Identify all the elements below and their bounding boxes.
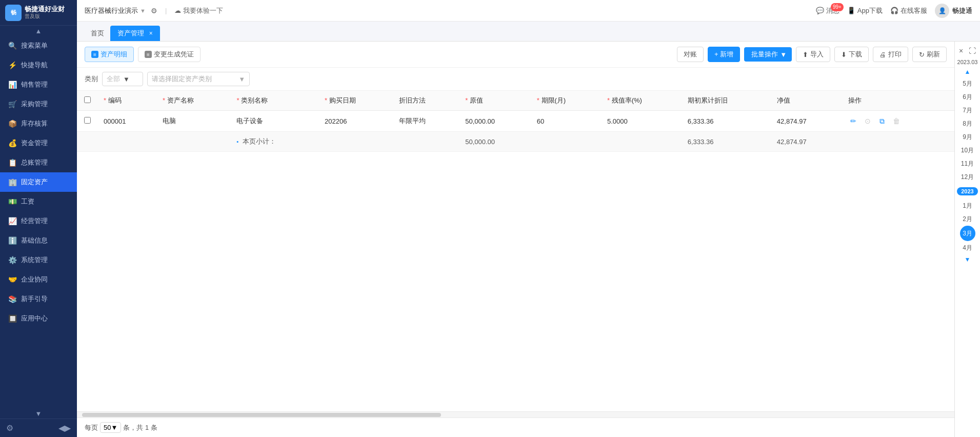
refresh-button[interactable]: ↻ 刷新 (912, 47, 947, 62)
sidebar-item-basic-info[interactable]: ℹ️ 基础信息 (0, 231, 77, 250)
sidebar-item-search-label: 搜索菜单 (21, 41, 48, 50)
fund-icon: 💰 (8, 139, 17, 147)
print-button[interactable]: 🖨 打印 (873, 47, 908, 62)
sidebar-item-fixed-assets-label: 固定资产 (21, 177, 48, 187)
online-service-button[interactable]: 🎧 在线客服 (890, 6, 927, 15)
page-size-select[interactable]: 50 ▼ (100, 422, 121, 433)
sidebar-collapse-icon[interactable]: ◀▶ (58, 423, 71, 433)
horizontal-scrollbar[interactable] (77, 411, 954, 418)
sidebar-scroll-down[interactable]: ▼ (0, 408, 77, 419)
table-header-row: * 编码 * 资产名称 * 类别名称 * 购买日期 折旧方法 * 原值 * 期限… (77, 91, 954, 111)
month-item-10[interactable]: 10月 (957, 144, 978, 157)
header-code: * 编码 (97, 91, 156, 111)
select-all-checkbox[interactable] (84, 96, 91, 103)
add-button[interactable]: + 新增 (708, 47, 740, 62)
month-item-6[interactable]: 6月 (957, 90, 978, 104)
sidebar-item-guide[interactable]: 📚 新手引导 (0, 289, 77, 309)
sidebar-item-app-center-label: 应用中心 (21, 314, 48, 323)
delete-icon[interactable]: 🗑 (891, 116, 902, 126)
month-item-11[interactable]: 11月 (957, 157, 978, 170)
table-row: 000001 电脑 电子设备 202206 年限平均 50,000.00 60 … (77, 111, 954, 132)
edit-icon[interactable]: ✏ (848, 116, 858, 126)
month-item-2[interactable]: 2月 (957, 212, 978, 226)
sidebar-item-purchase[interactable]: 🛒 采购管理 (0, 94, 77, 114)
feedback-icon: ☁ (174, 7, 181, 14)
filter-category-select[interactable]: 全部 ▼ (102, 72, 143, 86)
header-purchase-date: * 购买日期 (318, 91, 392, 111)
enterprise-icon: 🤝 (8, 275, 17, 284)
sidebar-item-operations[interactable]: 📈 经营管理 (0, 211, 77, 231)
sidebar-item-payroll[interactable]: 💵 工资 (0, 192, 77, 211)
right-panel: × ⛶ 2023.03 ▲ 5月 6月 7月 8月 9月 10月 11月 12月… (954, 42, 980, 437)
feedback-button[interactable]: ☁ 我要体验一下 (174, 6, 223, 15)
filter-category-input[interactable]: 请选择固定资产类别 ▼ (147, 72, 250, 86)
tab-close-icon[interactable]: × (149, 30, 153, 37)
sidebar-item-sales[interactable]: 📊 销售管理 (0, 75, 77, 94)
download-button[interactable]: ⬇ 下载 (834, 47, 869, 62)
message-button[interactable]: 💬 消息 99+ (816, 6, 839, 15)
sidebar-item-inventory[interactable]: 📦 库存核算 (0, 114, 77, 133)
batch-ops-button[interactable]: 批量操作 ▼ (744, 47, 792, 62)
tab-asset-management[interactable]: 资产管理 × (110, 26, 160, 41)
app-name: 畅捷通好业财 (25, 5, 65, 13)
panel-close-button[interactable]: × (959, 47, 963, 55)
row-actions: ✏ ⊙ ⧉ 🗑 (842, 111, 954, 132)
sidebar-item-fixed-assets[interactable]: 🏢 固定资产 (0, 172, 77, 192)
sidebar-item-quick-nav[interactable]: ⚡ 快捷导航 (0, 55, 77, 75)
year-badge[interactable]: 2023 (957, 187, 977, 195)
row-residual-rate: 5.0000 (601, 111, 682, 132)
operations-icon: 📈 (8, 217, 17, 225)
month-item-4[interactable]: 4月 (957, 241, 978, 254)
settings-icon[interactable]: ⚙ (6, 423, 13, 433)
user-menu[interactable]: 👤 畅捷通 (935, 4, 972, 18)
sub-tab-change-voucher[interactable]: ≡ 变更生成凭证 (138, 47, 201, 62)
sidebar-scroll-up[interactable]: ▲ (0, 26, 77, 36)
scrollbar-thumb (82, 413, 441, 417)
sidebar-item-ledger[interactable]: 📋 总账管理 (0, 153, 77, 172)
panel-prev-nav[interactable]: ▲ (955, 67, 980, 77)
app-download-button[interactable]: 📱 App下载 (847, 6, 883, 15)
panel-year-section: 5月 6月 7月 8月 9月 10月 11月 12月 2023 1月 2月 3月… (955, 77, 980, 254)
row-checkbox[interactable] (77, 111, 97, 132)
duplicate-icon[interactable]: ⧉ (877, 116, 887, 126)
sidebar-item-payroll-label: 工资 (21, 197, 34, 206)
topbar-divider: | (165, 7, 167, 14)
payroll-icon: 💵 (8, 197, 17, 206)
company-selector[interactable]: 医疗器械行业演示 ▼ (85, 6, 146, 15)
service-icon: 🎧 (890, 7, 898, 14)
app-logo: 畅 畅捷通好业财 普及版 (0, 0, 77, 26)
sub-toolbar: ≡ 资产明细 ≡ 变更生成凭证 对账 + 新增 批量操作 ▼ ⬆ (77, 42, 954, 68)
download-icon: 📱 (847, 7, 855, 14)
row-name: 电脑 (156, 111, 230, 132)
row-original-value: 50,000.00 (459, 111, 531, 132)
row-period: 60 (531, 111, 601, 132)
reconcile-button[interactable]: 对账 (677, 47, 704, 62)
search-icon: 🔍 (8, 42, 17, 50)
toolbar-right: 对账 + 新增 批量操作 ▼ ⬆ 导入 ⬇ 下载 🖨 (677, 47, 947, 62)
sidebar-item-enterprise[interactable]: 🤝 企业协同 (0, 270, 77, 289)
header-actions: 操作 (842, 91, 954, 111)
topbar: 医疗器械行业演示 ▼ ⚙ | ☁ 我要体验一下 💬 消息 99+ 📱 App下载… (77, 0, 980, 22)
panel-year-month: 2023.03 (957, 57, 978, 67)
panel-next-nav[interactable]: ▼ (955, 254, 980, 265)
quick-nav-icon: ⚡ (8, 61, 17, 69)
table-footer: 每页 50 ▼ 条，共 1 条 (77, 418, 954, 437)
month-item-5[interactable]: 5月 (957, 77, 978, 90)
sidebar-item-system-label: 系统管理 (21, 255, 48, 265)
sub-tab-asset-detail[interactable]: ≡ 资产明细 (85, 47, 134, 62)
month-item-1[interactable]: 1月 (957, 199, 978, 212)
import-button[interactable]: ⬆ 导入 (796, 47, 830, 62)
sidebar-item-system[interactable]: ⚙️ 系统管理 (0, 250, 77, 270)
month-item-3-active[interactable]: 3月 (960, 226, 975, 241)
sidebar-item-app-center[interactable]: 🔲 应用中心 (0, 309, 77, 328)
month-item-8[interactable]: 8月 (957, 117, 978, 130)
month-item-12[interactable]: 12月 (957, 170, 978, 184)
tab-home[interactable]: 首页 (85, 26, 110, 41)
month-item-9[interactable]: 9月 (957, 130, 978, 144)
month-item-7[interactable]: 7月 (957, 104, 978, 117)
sidebar-item-search[interactable]: 🔍 搜索菜单 (0, 36, 77, 55)
copy-icon[interactable]: ⊙ (863, 116, 873, 126)
sidebar-item-fund[interactable]: 💰 资金管理 (0, 133, 77, 153)
panel-expand-button[interactable]: ⛶ (969, 47, 976, 55)
settings-gear-icon[interactable]: ⚙ (151, 7, 157, 15)
